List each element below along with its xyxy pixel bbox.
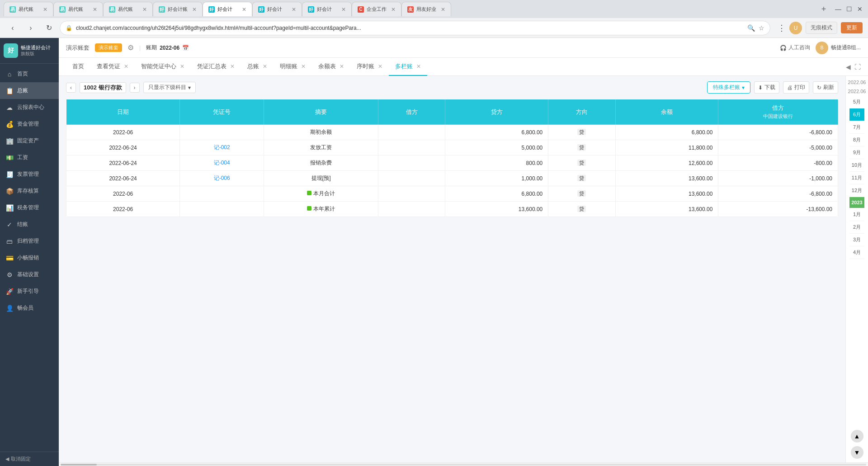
horizontal-scrollbar[interactable]	[59, 462, 868, 466]
prev-account-button[interactable]: ‹	[66, 83, 76, 93]
voucher-link[interactable]: 记-004	[214, 160, 230, 166]
date-panel-month-item[interactable]: 4月	[849, 246, 864, 259]
date-panel-month-item[interactable]: 6月	[849, 108, 864, 121]
page-tab-总账[interactable]: 总账✕	[241, 58, 274, 76]
page-tab-序时账[interactable]: 序时账✕	[350, 58, 389, 76]
scrollbar-thumb[interactable]	[61, 464, 97, 466]
sidebar-item-expense[interactable]: 💳 小畅报销	[0, 249, 59, 266]
browser-tab[interactable]: 易 易代账 ✕	[4, 2, 53, 16]
sidebar-item-archive[interactable]: 🗃 归档管理	[0, 233, 59, 249]
page-tab-close-icon[interactable]: ✕	[416, 63, 421, 70]
maximize-button[interactable]: ☐	[844, 5, 854, 14]
cell-voucher[interactable]: 记-002	[180, 140, 264, 155]
sub-filter-button[interactable]: 只显示下级科目 ▾	[143, 82, 196, 93]
sidebar-item-guide[interactable]: 🚀 新手引导	[0, 283, 59, 300]
scroll-up-button[interactable]: ▲	[851, 430, 863, 442]
browser-tab[interactable]: C 企业工作 ✕	[352, 2, 401, 16]
sidebar-item-fixed-asset[interactable]: 🏢 固定资产	[0, 132, 59, 149]
page-tab-close-icon[interactable]: ✕	[230, 63, 235, 70]
sidebar-item-ledger[interactable]: 📋 总账	[0, 82, 59, 99]
page-tab-close-icon[interactable]: ✕	[301, 63, 306, 70]
tab-close-icon[interactable]: ✕	[292, 6, 296, 13]
page-tab-close-icon[interactable]: ✕	[263, 63, 267, 70]
close-window-button[interactable]: ✕	[855, 5, 864, 14]
reload-button[interactable]: ↻	[42, 21, 56, 35]
tab-close-icon[interactable]: ✕	[192, 6, 197, 13]
browser-tab[interactable]: 好 好会计 ✕	[203, 2, 252, 16]
page-tab-凭证汇总表[interactable]: 凭证汇总表✕	[191, 58, 241, 76]
page-tab-多栏账[interactable]: 多栏账✕	[389, 58, 427, 76]
tab-close-icon[interactable]: ✕	[441, 6, 445, 13]
tab-close-icon[interactable]: ✕	[242, 6, 246, 13]
date-panel-month-item[interactable]: 8月	[849, 134, 864, 146]
page-tab-明细账[interactable]: 明细账✕	[274, 58, 312, 76]
star-icon[interactable]: ☆	[759, 24, 764, 32]
minimize-button[interactable]: —	[834, 5, 843, 14]
page-tab-close-icon[interactable]: ✕	[180, 63, 184, 70]
cell-voucher[interactable]: 记-004	[180, 155, 264, 171]
extensions-icon[interactable]: ⋮	[778, 23, 786, 33]
sidebar-item-tax[interactable]: 📊 税务管理	[0, 199, 59, 216]
consult-button[interactable]: 🎧 人工咨询	[780, 44, 810, 52]
multi-col-button[interactable]: 特殊多栏账 ▾	[707, 81, 750, 94]
tab-close-icon[interactable]: ✕	[142, 6, 147, 13]
page-tab-智能凭证中心[interactable]: 智能凭证中心✕	[135, 58, 191, 76]
date-panel-month-item[interactable]: 9月	[849, 146, 864, 159]
scroll-down-button[interactable]: ▼	[851, 446, 863, 459]
search-icon[interactable]: 🔍	[747, 24, 755, 32]
sidebar-item-inventory[interactable]: 📦 库存核算	[0, 183, 59, 199]
date-panel-month-item[interactable]: 2月	[849, 221, 864, 234]
tab-close-icon[interactable]: ✕	[341, 6, 346, 13]
tab-close-icon[interactable]: ✕	[391, 6, 396, 13]
sidebar-item-invoice[interactable]: 🧾 发票管理	[0, 166, 59, 183]
cell-voucher[interactable]: 记-006	[180, 171, 264, 186]
sidebar-item-member[interactable]: 👤 畅会员	[0, 300, 59, 316]
date-panel-month-item[interactable]: 11月	[849, 172, 864, 184]
address-box[interactable]: 🔒 cloud2.chanjet.com/accounting/uh26t264…	[60, 21, 770, 35]
forward-button[interactable]: ›	[24, 21, 38, 35]
browser-tab[interactable]: 好 好会计账 ✕	[153, 2, 203, 16]
date-panel-month-item[interactable]: 10月	[849, 159, 864, 172]
print-button[interactable]: 🖨 打印	[783, 81, 809, 94]
date-panel-month-item[interactable]: 7月	[849, 121, 864, 134]
voucher-link[interactable]: 记-002	[214, 144, 230, 151]
sidebar-item-settle[interactable]: ✓ 结账	[0, 216, 59, 233]
collapse-left-icon[interactable]: ◀	[846, 63, 851, 71]
calendar-icon[interactable]: 📅	[182, 45, 189, 51]
date-panel-year-mark[interactable]: 2023	[849, 197, 864, 208]
browser-tab[interactable]: 易 易代账 ✕	[103, 2, 153, 16]
download-button[interactable]: ⬇ 下载	[754, 81, 779, 94]
page-tab-close-icon[interactable]: ✕	[340, 63, 344, 70]
new-tab-button[interactable]: +	[817, 3, 830, 15]
tab-close-icon[interactable]: ✕	[93, 6, 97, 13]
profile-button[interactable]: U	[789, 22, 802, 34]
page-tab-余额表[interactable]: 余额表✕	[312, 58, 350, 76]
sidebar-item-settings[interactable]: ⚙ 基础设置	[0, 266, 59, 283]
date-panel-month-item[interactable]: 1月	[849, 208, 864, 221]
browser-tab[interactable]: 易 易代账 ✕	[53, 2, 103, 16]
page-tab-close-icon[interactable]: ✕	[378, 63, 382, 70]
sidebar-item-fund[interactable]: 💰 资金管理	[0, 116, 59, 132]
page-tab-查看凭证[interactable]: 查看凭证✕	[90, 58, 135, 76]
demo-tag-button[interactable]: 演示账套	[95, 43, 122, 52]
next-account-button[interactable]: ›	[130, 83, 140, 93]
sidebar-item-salary[interactable]: 💵 工资	[0, 149, 59, 166]
sidebar-item-home[interactable]: ⌂ 首页	[0, 66, 59, 82]
date-panel-month-item[interactable]: 3月	[849, 234, 864, 246]
user-avatar[interactable]: B 畅捷通B组...	[816, 42, 861, 54]
browser-tab[interactable]: 好 好会计 ✕	[302, 2, 352, 16]
expand-icon[interactable]: ⛶	[854, 63, 861, 71]
tab-close-icon[interactable]: ✕	[43, 6, 47, 13]
update-button[interactable]: 更新	[841, 22, 863, 33]
refresh-button[interactable]: ↻ 刷新	[813, 81, 838, 94]
sidebar-item-cloud-report[interactable]: ☁ 云报表中心	[0, 99, 59, 116]
no-trace-button[interactable]: 无痕模式	[806, 22, 837, 34]
browser-tab[interactable]: 好 好会计 ✕	[252, 2, 302, 16]
settings-icon[interactable]: ⚙	[127, 43, 134, 52]
browser-tab[interactable]: 友 用友好业 ✕	[401, 2, 451, 16]
voucher-link[interactable]: 记-006	[214, 175, 230, 181]
page-tab-close-icon[interactable]: ✕	[124, 63, 128, 70]
page-tab-首页[interactable]: 首页	[66, 58, 90, 76]
date-panel-month-item[interactable]: 5月	[849, 96, 864, 108]
date-panel-month-item[interactable]: 12月	[849, 184, 864, 197]
